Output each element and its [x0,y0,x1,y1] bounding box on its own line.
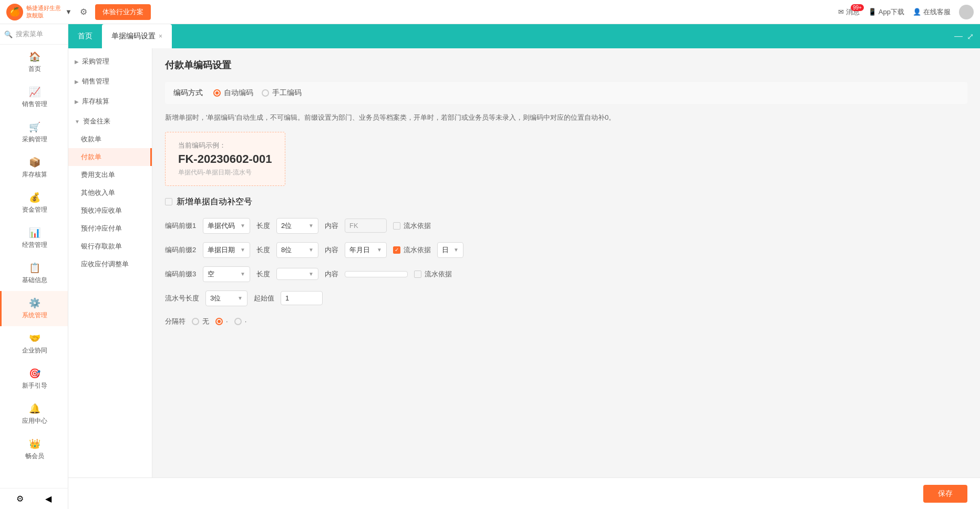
sec-group-finance-title[interactable]: ▼ 资金往来 [68,112,152,130]
content1-label: 内容 [325,221,338,231]
encoding-radio-group: 自动编码 手工编码 [213,88,302,98]
sidebar-item-app[interactable]: 🔔 应用中心 [0,397,68,432]
length1-select[interactable]: 2位 ▼ [276,218,318,234]
sec-group-inventory: ▶ 库存核算 [68,92,152,110]
prefix2-row: 编码前缀2 单据日期 ▼ 长度 8位 ▼ 内容 年月日 ▼ [165,242,967,258]
member-icon: 👑 [29,438,40,450]
water1-cb [393,222,400,230]
tab-minimize-icon[interactable]: — [954,32,963,41]
tab-close-icon[interactable]: × [159,33,162,40]
length2-label: 长度 [256,245,270,255]
service-action[interactable]: 👤 在线客服 [913,7,951,17]
water3-cb [414,271,421,278]
water2-checkbox[interactable]: ✓ 流水依据 [393,245,431,255]
settings-icon[interactable]: ⚙ [76,5,91,19]
sec-item-receipt[interactable]: 收款单 [68,130,152,148]
separator-label: 分隔符 [165,317,185,326]
auto-fill-checkbox[interactable] [165,198,172,205]
water2-period-arrow: ▼ [453,247,459,253]
sec-group-purchase-title[interactable]: ▶ 采购管理 [68,53,152,70]
sec-group-inventory-title[interactable]: ▶ 库存核算 [68,92,152,110]
manual-code-radio[interactable]: 手工编码 [262,88,302,98]
message-icon: ✉ [838,8,844,16]
service-icon: 👤 [913,8,921,16]
page-content: ▶ 采购管理 ▶ 销售管理 ▶ 库存核算 [68,48,980,477]
sec-item-adjustment[interactable]: 应收应付调整单 [68,255,152,273]
sidebar-collapse-icon[interactable]: ◀ [45,494,51,504]
serial-length-select[interactable]: 3位 ▼ [205,290,247,306]
encoding-label: 编码方式 [173,88,203,98]
sec-item-advance-receipt[interactable]: 预收冲应收单 [68,202,152,220]
nav-dropdown[interactable]: ▼ [65,8,72,16]
prefix3-label: 编码前缀3 [165,269,197,279]
prefix3-select[interactable]: 空 ▼ [203,266,250,282]
app-download-action[interactable]: 📱 App下载 [868,7,904,17]
search-icon: 🔍 [4,30,13,38]
sec-group-sales-title[interactable]: ▶ 销售管理 [68,72,152,90]
serial-row: 流水号长度 3位 ▼ 起始值 [165,290,967,306]
sidebar-item-inventory[interactable]: 📦 库存核算 [0,150,68,185]
prefix1-select-arrow: ▼ [240,223,245,228]
sec-item-expense[interactable]: 费用支出单 [68,166,152,184]
prefix3-row: 编码前缀3 空 ▼ 长度 ▼ 内容 流水依据 [165,266,967,282]
home-icon: 🏠 [29,51,40,63]
sep-none-dot [192,318,199,325]
auto-code-radio-dot [213,89,221,97]
length1-label: 长度 [256,221,270,231]
sec-group-purchase: ▶ 采购管理 [68,53,152,70]
save-button[interactable]: 保存 [923,485,967,503]
sec-group-sales: ▶ 销售管理 [68,72,152,90]
message-badge: 99+ [851,4,864,11]
message-action[interactable]: ✉ 消息 99+ [838,7,860,17]
start-input[interactable] [281,291,323,305]
avatar[interactable] [959,5,974,19]
water3-checkbox[interactable]: 流水依据 [414,269,452,279]
tab-maximize-icon[interactable]: ⤢ [967,32,974,41]
auto-code-radio[interactable]: 自动编码 [213,88,253,98]
sep-none-radio[interactable]: 无 [192,317,209,326]
sec-item-bank[interactable]: 银行存取款单 [68,237,152,255]
water1-checkbox[interactable]: 流水依据 [393,221,431,231]
sidebar-item-basics[interactable]: 📋 基础信息 [0,256,68,291]
tab-home[interactable]: 首页 [68,24,102,48]
sidebar-search[interactable]: 🔍 搜索菜单 [0,24,68,45]
sec-item-payment[interactable]: 付款单 [68,148,152,166]
main-panel: 付款单编码设置 编码方式 自动编码 手工编码 [152,48,980,477]
sidebar-item-finance[interactable]: 💰 资金管理 [0,185,68,221]
length2-select[interactable]: 8位 ▼ [276,242,318,258]
sidebar-settings-icon[interactable]: ⚙ [16,494,24,504]
sec-item-advance-payment[interactable]: 预付冲应付单 [68,220,152,237]
length1-arrow: ▼ [308,223,314,228]
sep-dot-dot [234,318,242,325]
sidebar-item-purchase[interactable]: 🛒 采购管理 [0,115,68,150]
code-example-desc: 单据代码-单据日期-流水号 [178,168,272,177]
prefix1-select[interactable]: 单据代码 ▼ [203,218,250,234]
tab-settings[interactable]: 单据编码设置 × [102,24,172,48]
sidebar-item-system[interactable]: ⚙️ 系统管理 [0,291,68,326]
water2-period-select[interactable]: 日 ▼ [437,242,463,258]
trial-button[interactable]: 体验行业方案 [95,4,151,20]
info-text: 新增单据时，'单据编码'自动生成，不可编辑。前缀设置为部门、业务员等档案类，开单… [165,112,967,123]
content2-label: 内容 [325,245,338,255]
separator-row: 分隔符 无 · · [165,317,967,326]
length3-select[interactable]: ▼ [276,268,318,280]
content3-input[interactable] [345,271,408,277]
top-bar: 🍊 畅捷通好生意 旗舰版 ▼ ⚙ 体验行业方案 ✉ 消息 99+ 📱 App下载… [0,0,980,24]
sidebar-item-operations[interactable]: 📊 经营管理 [0,221,68,256]
code-example-value: FK-20230602-001 [178,152,272,166]
sidebar-item-sales[interactable]: 📈 销售管理 [0,80,68,115]
enterprise-icon: 🤝 [29,333,40,344]
sidebar-item-home[interactable]: 🏠 首页 [0,45,68,80]
start-label: 起始值 [254,294,274,303]
sep-dash-radio[interactable]: · [215,317,228,325]
length2-arrow: ▼ [308,247,314,253]
sep-dot-radio[interactable]: · [234,317,247,325]
sec-item-other-income[interactable]: 其他收入单 [68,184,152,202]
logo-text: 畅捷通好生意 旗舰版 [26,5,61,18]
prefix2-select[interactable]: 单据日期 ▼ [203,242,250,258]
content2-select[interactable]: 年月日 ▼ [345,242,387,258]
sidebar-item-member[interactable]: 👑 畅会员 [0,432,68,467]
sidebar-item-enterprise[interactable]: 🤝 企业协同 [0,326,68,361]
manual-code-radio-dot [262,89,269,97]
sidebar-item-guide[interactable]: 🎯 新手引导 [0,361,68,397]
